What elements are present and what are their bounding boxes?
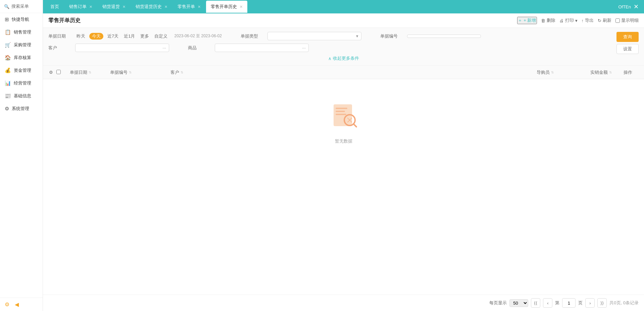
page-number-input[interactable] — [562, 298, 576, 308]
sidebar-bottom: ⚙ ◀ — [0, 298, 43, 311]
print-label: 打印 — [565, 17, 574, 23]
th-guide[interactable]: 导购员 ⇅ — [534, 69, 574, 75]
tab-close-retail-open-history[interactable]: ✕ — [240, 5, 243, 9]
select-all-checkbox[interactable] — [56, 70, 67, 75]
column-settings-icon[interactable]: ⚙ — [46, 70, 56, 75]
sidebar-item-sales-mgmt[interactable]: 📋销售管理 — [0, 26, 43, 39]
close-window-button[interactable]: ✕ — [634, 3, 639, 10]
customer-filter-input[interactable]: ··· — [75, 44, 169, 52]
search-icon: 🔍 — [4, 4, 9, 9]
tab-sales-return-history[interactable]: 销货退货历史✕ — [131, 1, 172, 13]
tab-label-sales-order: 销售订单 — [69, 4, 87, 10]
th-amount-label: 实销金额 — [590, 69, 608, 75]
sidebar-item-finance[interactable]: 💰资金管理 — [0, 64, 43, 77]
date-more[interactable]: 更多 — [139, 33, 150, 40]
sidebar-search[interactable]: 🔍 搜索采单 — [0, 0, 43, 13]
filter-area: 单据日期 昨天 今天 近7天 近1月 更多 自定义 2023-06-02 至 2… — [43, 28, 644, 66]
select-all-input[interactable] — [56, 70, 61, 74]
delete-icon: 🗑 — [541, 18, 545, 23]
svg-line-5 — [353, 124, 356, 127]
goods-filter-input[interactable]: ··· — [215, 44, 309, 52]
display-detail-toggle[interactable]: 显示明细 — [615, 17, 639, 23]
print-arrow-icon: ▾ — [575, 18, 578, 23]
empty-illustration — [327, 99, 360, 133]
sidebar-label-inventory: 库存核算 — [14, 55, 31, 61]
tab-close-retail-open[interactable]: ✕ — [198, 5, 201, 9]
last-page-button[interactable]: ⟩⟩ — [597, 298, 607, 308]
filter-actions: 查询 设置 — [616, 32, 639, 54]
sidebar-item-purchase-mgmt[interactable]: 🛒采购管理 — [0, 39, 43, 51]
query-button[interactable]: 查询 — [616, 32, 639, 42]
page-label: 第 — [555, 300, 559, 306]
tab-home[interactable]: 首页 — [46, 1, 64, 13]
topbar-right: OfTEn ✕ — [618, 3, 641, 10]
collapse-icon[interactable]: ◀ — [15, 301, 19, 308]
sidebar-item-quick-nav[interactable]: ⊞快捷导航 — [0, 13, 43, 26]
tab-close-sales-order[interactable]: ✕ — [89, 5, 92, 9]
tab-close-sales-return-history[interactable]: ✕ — [164, 5, 167, 9]
print-button[interactable]: 🖨 打印 ▾ — [559, 17, 578, 23]
tab-close-sales-return[interactable]: ✕ — [122, 5, 126, 9]
delete-button[interactable]: 🗑 删除 — [541, 17, 555, 23]
date-1month[interactable]: 近1月 — [122, 33, 136, 40]
page-toolbar: 零售开单历史 ＋ + 新增 🗑 删除 🖨 打印 ▾ ↑ 导出 — [43, 13, 644, 28]
svg-rect-1 — [336, 108, 347, 109]
filter-row-1: 单据日期 昨天 今天 近7天 近1月 更多 自定义 2023-06-02 至 2… — [48, 32, 611, 40]
date-7days[interactable]: 近7天 — [106, 33, 120, 40]
tab-retail-open[interactable]: 零售开单✕ — [173, 1, 205, 13]
date-yesterday[interactable]: 昨天 — [75, 33, 87, 40]
print-icon: 🖨 — [559, 18, 564, 23]
date-today[interactable]: 今天 — [89, 33, 103, 40]
th-customer-sort-icon: ⇅ — [181, 70, 183, 74]
th-date[interactable]: 单据日期 ⇅ — [67, 69, 107, 75]
page-size-label: 每页显示 — [489, 300, 507, 306]
collapse-filter-button[interactable]: ∧ 收起更多条件 — [48, 55, 639, 61]
sidebar-item-sys-mgmt[interactable]: ⚙系统管理 — [0, 102, 43, 115]
prev-page-button[interactable]: ‹ — [543, 298, 552, 308]
type-filter-select[interactable]: ▾ — [267, 32, 361, 40]
next-page-button[interactable]: › — [585, 298, 595, 308]
table-header: ⚙ 单据日期 ⇅ 单据编号 ⇅ 客户 ⇅ 导购员 ⇅ — [43, 66, 644, 79]
th-date-label: 单据日期 — [70, 69, 87, 75]
sidebar-label-finance: 资金管理 — [14, 67, 31, 73]
th-customer-label: 客户 — [170, 69, 179, 75]
sidebar-icon-purchase-mgmt: 🛒 — [5, 42, 11, 48]
sidebar-icon-inventory: 🏠 — [5, 55, 11, 61]
page-title: 零售开单历史 — [48, 17, 81, 24]
export-button[interactable]: ↑ 导出 — [582, 17, 594, 23]
first-page-button[interactable]: ⟨⟨ — [531, 298, 540, 308]
th-num[interactable]: 单据编号 ⇅ — [107, 69, 168, 75]
th-guide-sort-icon: ⇅ — [551, 70, 554, 74]
sidebar-item-operation[interactable]: 📊经营管理 — [0, 77, 43, 90]
page-size-select[interactable]: 50 10 20 100 — [509, 299, 528, 307]
total-info: 共0页, 0条记录 — [609, 300, 639, 306]
table-container: ⚙ 单据日期 ⇅ 单据编号 ⇅ 客户 ⇅ 导购员 ⇅ — [43, 66, 644, 295]
tab-sales-return[interactable]: 销货退货✕ — [98, 1, 130, 13]
tab-sales-order[interactable]: 销售订单✕ — [64, 1, 97, 13]
sidebar-item-base-info[interactable]: 📰基础信息 — [0, 90, 43, 102]
num-filter-input[interactable] — [407, 35, 481, 38]
refresh-button[interactable]: ↻ 刷新 — [598, 17, 611, 23]
sidebar-icon-sales-mgmt: 📋 — [5, 29, 11, 35]
th-amount[interactable]: 实销金额 ⇅ — [574, 69, 614, 75]
sidebar-item-inventory[interactable]: 🏠库存核算 — [0, 51, 43, 64]
settings-button[interactable]: 设置 — [616, 44, 639, 54]
tab-retail-open-history[interactable]: 零售开单历史✕ — [206, 1, 247, 13]
refresh-label: 刷新 — [603, 17, 611, 23]
th-customer[interactable]: 客户 ⇅ — [168, 69, 534, 75]
sidebar-search-label: 搜索采单 — [11, 3, 29, 9]
svg-rect-3 — [336, 114, 346, 115]
sidebar-icon-operation: 📊 — [5, 80, 11, 86]
th-ops-label: 操作 — [624, 69, 632, 75]
add-label: + 新增 — [524, 17, 536, 23]
th-amount-sort-icon: ⇅ — [609, 70, 612, 74]
th-ops: 操作 — [614, 69, 641, 75]
add-button[interactable]: ＋ + 新增 — [517, 17, 537, 24]
brand-label: OfTEn — [618, 4, 631, 9]
goods-filter-dots: ··· — [302, 45, 306, 50]
display-detail-checkbox[interactable] — [615, 18, 620, 23]
sidebar-icon-quick-nav: ⊞ — [5, 16, 9, 22]
date-custom[interactable]: 自定义 — [153, 33, 169, 40]
settings-icon[interactable]: ⚙ — [5, 301, 9, 308]
sidebar-icon-finance: 💰 — [5, 67, 11, 73]
